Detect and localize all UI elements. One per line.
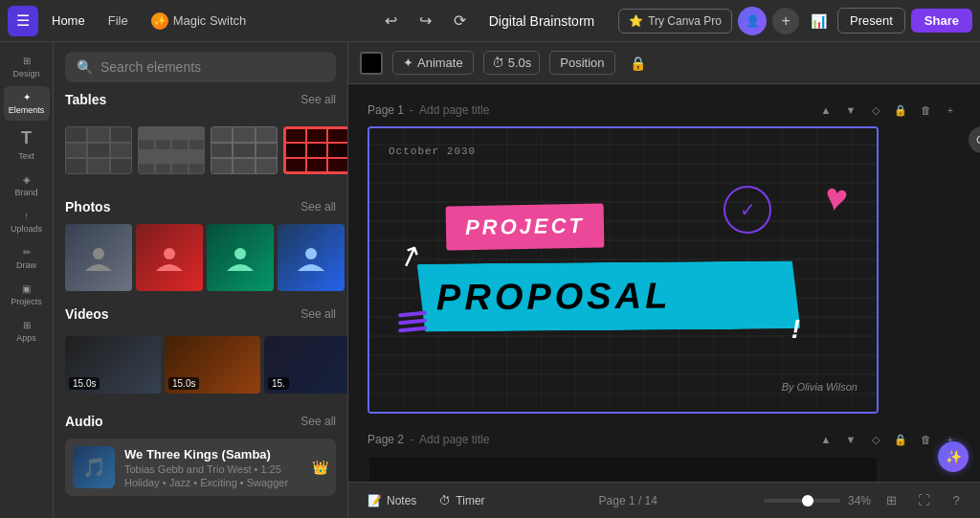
page-2-down-button[interactable]: ▼ [840, 429, 861, 450]
hamburger-icon: ☰ [16, 11, 30, 30]
timer-button[interactable]: ⏱ Timer [432, 490, 492, 511]
animate-button[interactable]: ✦ Animate [392, 51, 474, 75]
page-2-title: Page 2 [368, 433, 404, 446]
table-item-4[interactable] [283, 126, 347, 174]
videos-see-all[interactable]: See all [301, 307, 336, 321]
notes-label: Notes [387, 494, 416, 507]
apps-icon: ⊞ [23, 320, 31, 330]
page-up-button[interactable]: ▲ [815, 100, 836, 121]
music-icon: 🎵 [82, 456, 106, 479]
page-delete-button[interactable]: 🗑 [915, 100, 936, 121]
projects-label: Projects [11, 297, 42, 306]
search-icon: 🔍 [77, 59, 93, 75]
sidebar-item-elements[interactable]: ✦ Elements [4, 86, 50, 121]
hamburger-menu[interactable]: ☰ [8, 6, 38, 36]
nav-magic-switch[interactable]: ✨ Magic Switch [142, 9, 256, 34]
page-2-animate-button[interactable]: ◇ [865, 429, 886, 450]
sidebar-item-design[interactable]: ⊞ Design [4, 50, 50, 84]
uploads-label: Uploads [11, 224, 42, 234]
sidebar-item-text[interactable]: T Text [4, 123, 50, 167]
project-text: PROJECT [465, 214, 585, 240]
sidebar-item-projects[interactable]: ▣ Projects [4, 278, 50, 312]
page-2-canvas[interactable] [368, 456, 879, 482]
photos-header: Photos See all [65, 199, 336, 214]
photos-see-all[interactable]: See all [301, 200, 336, 214]
photo-item-2[interactable] [136, 224, 203, 291]
magic-switch-label: Magic Switch [173, 13, 247, 28]
tables-grid: › [65, 117, 336, 184]
sync-button[interactable]: ⟳ [447, 8, 474, 34]
page-1-add-title[interactable]: Add page title [419, 103, 489, 117]
share-button[interactable]: Share [911, 9, 972, 33]
audio-subtitle: Tobias Gebb and Trio West • 1:25 [124, 463, 302, 475]
audio-see-all[interactable]: See all [301, 415, 336, 428]
photo-item-3[interactable] [207, 224, 274, 291]
page-1-canvas[interactable]: October 2030 ↗ PROJECT ✓ ♥ PROPOSAL [368, 126, 879, 414]
table-item-3[interactable] [211, 126, 278, 174]
photo-item-4[interactable] [278, 224, 345, 291]
draw-label: Draw [16, 260, 36, 270]
sidebar-item-uploads[interactable]: ↑ Uploads [4, 205, 50, 239]
page-down-button[interactable]: ▼ [840, 100, 861, 121]
photo-item-1[interactable] [65, 224, 132, 291]
main-layout: ⊞ Design ✦ Elements T Text ◈ Brand ↑ Upl… [0, 42, 980, 518]
try-canva-button[interactable]: ⭐ Try Canva Pro [618, 9, 732, 34]
doodle-line-3 [398, 327, 427, 333]
page-2-up-button[interactable]: ▲ [815, 429, 836, 450]
slide-date: October 2030 [389, 146, 476, 157]
nav-file[interactable]: File [99, 10, 138, 32]
photos-grid: › [65, 224, 336, 291]
bottom-bar: 📝 Notes ⏱ Timer Page 1 / 14 34% ⊞ ⛶ ? [348, 482, 980, 518]
page-lock-button[interactable]: 🔒 [890, 100, 911, 121]
page-2-delete-button[interactable]: 🗑 [915, 429, 936, 450]
color-picker[interactable] [360, 52, 383, 75]
sidebar-item-apps[interactable]: ⊞ Apps [4, 314, 50, 349]
brand-label: Brand [14, 188, 37, 197]
position-button[interactable]: Position [549, 51, 614, 75]
redo-button[interactable]: ↪ [412, 8, 439, 34]
table-item-1[interactable] [65, 126, 132, 174]
video-item-2[interactable]: 15.0s [165, 336, 260, 394]
sidebar-item-brand[interactable]: ◈ Brand [4, 169, 50, 203]
page-indicator: Page 1 / 14 [501, 494, 756, 507]
doodle-line-1 [398, 311, 427, 318]
help-button[interactable]: ? [944, 488, 969, 513]
notes-button[interactable]: 📝 Notes [360, 490, 424, 511]
expand-button[interactable]: ⛶ [911, 488, 936, 513]
present-button[interactable]: Present [837, 8, 905, 34]
videos-title: Videos [65, 306, 109, 322]
magic-assist-button[interactable]: ✨ [938, 441, 969, 472]
page-2-add-title[interactable]: Add page title [419, 433, 489, 446]
page-2-lock-button[interactable]: 🔒 [890, 429, 911, 450]
page-more-button[interactable]: + [940, 100, 961, 121]
videos-grid: 15.0s 15.0s 15. › [65, 331, 336, 398]
draw-icon: ✏ [23, 247, 31, 258]
proposal-text: PROPOSAL [436, 274, 781, 318]
sidebar-item-draw[interactable]: ✏ Draw [4, 241, 50, 276]
page-1-slide-wrapper: October 2030 ↗ PROJECT ✓ ♥ PROPOSAL [368, 126, 961, 414]
video-item-3[interactable]: 15. [264, 336, 347, 394]
undo-button[interactable]: ↩ [378, 8, 405, 34]
add-collaborator-button[interactable]: + [772, 8, 799, 34]
apps-label: Apps [16, 333, 36, 343]
duration-label: 5.0s [508, 56, 532, 70]
audio-tags: Holiday • Jazz • Exciting • Swagger [124, 477, 302, 488]
audio-item-1[interactable]: 🎵 We Three Kings (Samba) Tobias Gebb and… [65, 439, 336, 496]
slide-refresh-button[interactable]: ⟳ [969, 126, 980, 153]
user-avatar[interactable]: 👤 [738, 7, 767, 35]
document-title[interactable]: Digital Brainstorm [481, 10, 602, 33]
video-item-1[interactable]: 15.0s [65, 336, 161, 394]
page-animate-button[interactable]: ◇ [865, 100, 886, 121]
nav-home[interactable]: Home [42, 10, 95, 32]
page-2-actions: ▲ ▼ ◇ 🔒 🗑 + [815, 429, 961, 450]
lock-button[interactable]: 🔒 [625, 50, 652, 77]
canvas-area: ✦ Animate ⏱ 5.0s Position 🔒 Page 1 - Add… [348, 42, 980, 518]
tables-see-all[interactable]: See all [301, 93, 336, 106]
analytics-button[interactable]: 📊 [805, 8, 832, 34]
grid-view-button[interactable]: ⊞ [879, 488, 903, 513]
search-input[interactable] [100, 59, 324, 75]
exclamation-doodle: ! [791, 314, 800, 345]
table-item-2[interactable] [138, 126, 205, 174]
progress-bar[interactable] [764, 499, 840, 503]
duration-button[interactable]: ⏱ 5.0s [483, 51, 541, 75]
